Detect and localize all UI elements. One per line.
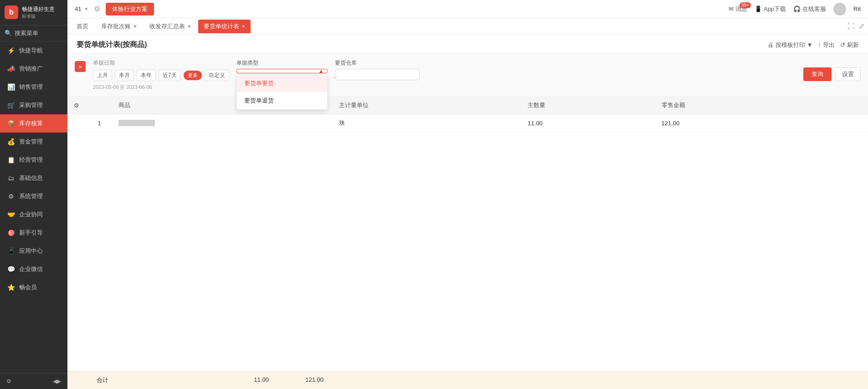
settings-footer-icon[interactable]: ⚙ bbox=[6, 378, 11, 384]
col-quantity-header: 主数量 bbox=[522, 97, 656, 114]
sidebar-footer: ⚙ ◀▶ bbox=[0, 373, 67, 389]
type-select-wrapper: ▲ bbox=[236, 69, 328, 73]
sidebar-item-quick-nav[interactable]: ⚡ 快捷导航 bbox=[0, 41, 67, 60]
type-filter-label: 单据类型 bbox=[236, 59, 328, 67]
app-name: 畅捷通好生意 bbox=[22, 5, 55, 13]
search-icon: 🔍 bbox=[5, 30, 12, 36]
sidebar-item-member[interactable]: ⭐ 畅会员 bbox=[0, 278, 67, 297]
system-icon: ⚙ bbox=[6, 192, 15, 201]
app-download-btn[interactable]: 📱 App下载 bbox=[755, 5, 786, 13]
collapse-sidebar-icon[interactable]: ◀▶ bbox=[53, 378, 61, 384]
sidebar: b 畅捷通好生意 标准版 🔍 搜索菜单 ⚡ 快捷导航 📣 营销推广 📊 销售管理… bbox=[0, 0, 67, 389]
date-filter-group: 单据日期 上月 本月 本年 近7天 更多 自定义 2023-05-06 至 20… bbox=[93, 59, 229, 91]
row-settings[interactable] bbox=[67, 114, 86, 132]
finance-icon: 💰 bbox=[6, 137, 15, 146]
app-logo-icon: b bbox=[5, 5, 18, 19]
print-icon: 🖨 bbox=[768, 41, 774, 48]
row-goods-blurred bbox=[118, 120, 155, 126]
print-label: 按模板打印 bbox=[776, 41, 805, 49]
sidebar-item-enterprise[interactable]: 🤝 企业协同 bbox=[0, 205, 67, 224]
messages-btn[interactable]: ✉ 消息 99+ bbox=[729, 5, 747, 13]
refresh-action[interactable]: ↺ 刷新 bbox=[840, 41, 859, 49]
sidebar-item-label: 企业微信 bbox=[19, 265, 43, 273]
type-filter-dots[interactable]: ··· bbox=[332, 73, 338, 82]
topbar-settings-icon[interactable]: ⚙ bbox=[94, 5, 100, 13]
period-btn-last-month[interactable]: 上月 bbox=[93, 70, 112, 81]
trial-btn[interactable]: 体验行业方案 bbox=[106, 3, 154, 15]
sidebar-item-label: 采购管理 bbox=[19, 101, 43, 109]
col-settings-header[interactable]: ⚙ bbox=[67, 97, 86, 114]
period-btn-this-month[interactable]: 本月 bbox=[115, 70, 134, 81]
messages-badge: 99+ bbox=[740, 2, 751, 8]
online-service-label: 在线客服 bbox=[802, 5, 826, 13]
tab-home-label: 首页 bbox=[77, 22, 88, 31]
sidebar-item-label: 经营管理 bbox=[19, 156, 43, 164]
dropdown-option-2[interactable]: 要货单退货 bbox=[237, 92, 327, 109]
business-icon: 📋 bbox=[6, 155, 15, 164]
filter-toggle-btn[interactable]: » bbox=[75, 61, 86, 72]
query-btn[interactable]: 查询 bbox=[803, 67, 832, 81]
tab-recv-summary-close[interactable]: × bbox=[188, 23, 191, 30]
page-content: 要货单统计表(按商品) 🖨 按模板打印 ▼ ↑ 导出 ↺ 刷新 » bbox=[67, 35, 868, 389]
tab-recv-summary[interactable]: 收发存汇总表 × bbox=[144, 20, 196, 33]
tab-restore-icon[interactable]: ⛶ bbox=[847, 22, 855, 31]
sidebar-item-label: 快捷导航 bbox=[19, 46, 43, 55]
export-icon: ↑ bbox=[818, 41, 822, 48]
app-version: 标准版 bbox=[22, 13, 55, 20]
tab-requisition-stat[interactable]: 要货单统计表 × bbox=[198, 20, 251, 33]
tab-requisition-stat-close[interactable]: × bbox=[242, 23, 245, 30]
sidebar-item-label: 应用中心 bbox=[19, 247, 43, 255]
sidebar-item-business[interactable]: 📋 经营管理 bbox=[0, 151, 67, 169]
sidebar-item-app-center[interactable]: 📱 应用中心 bbox=[0, 242, 67, 260]
warehouse-filter-group: 要货仓库 bbox=[335, 59, 420, 80]
store-selector[interactable]: 41 ▼ bbox=[75, 5, 88, 12]
tab-recv-summary-label: 收发存汇总表 bbox=[149, 22, 185, 31]
app-download-label: App下载 bbox=[764, 5, 786, 13]
guide-icon: 🎯 bbox=[6, 228, 15, 237]
print-arrow-icon: ▼ bbox=[807, 41, 813, 48]
topbar-right: ✉ 消息 99+ 📱 App下载 🎧 在线客服 Rit bbox=[729, 3, 861, 15]
user-avatar[interactable] bbox=[833, 3, 846, 15]
date-period-row: 上月 本月 本年 近7天 更多 自定义 bbox=[93, 70, 229, 81]
sidebar-item-finance[interactable]: 💰 资金管理 bbox=[0, 133, 67, 151]
sidebar-item-wechat[interactable]: 💬 企业微信 bbox=[0, 260, 67, 278]
warehouse-input[interactable] bbox=[335, 69, 420, 80]
settings-btn[interactable]: 设置 bbox=[835, 67, 861, 81]
quick-nav-icon: ⚡ bbox=[6, 46, 15, 55]
main-area: 41 ▼ ⚙ 体验行业方案 ✉ 消息 99+ 📱 App下载 🎧 在线客服 Ri… bbox=[67, 0, 868, 389]
type-select[interactable] bbox=[236, 69, 328, 73]
sidebar-item-basic[interactable]: 🗂 基础信息 bbox=[0, 169, 67, 187]
sidebar-item-inventory[interactable]: 📦 库存核算 bbox=[0, 114, 67, 133]
sidebar-item-sales[interactable]: 📊 销售管理 bbox=[0, 78, 67, 96]
warehouse-filter-label: 要货仓库 bbox=[335, 59, 420, 67]
table-footer: 合计 11.00 121.00 bbox=[67, 371, 868, 389]
period-btn-7days[interactable]: 近7天 bbox=[159, 70, 181, 81]
online-service-btn[interactable]: 🎧 在线客服 bbox=[793, 5, 826, 13]
tab-home[interactable]: 首页 bbox=[71, 20, 94, 33]
enterprise-icon: 🤝 bbox=[6, 210, 15, 219]
sidebar-item-purchase[interactable]: 🛒 采购管理 bbox=[0, 96, 67, 114]
dropdown-option-1[interactable]: 要货单要货 bbox=[237, 75, 327, 92]
col-empty-header bbox=[817, 97, 868, 114]
tabbar: 首页 库存批次账 × 收发存汇总表 × 要货单统计表 × ⛶ ⤢ bbox=[67, 18, 868, 35]
sidebar-item-marketing[interactable]: 📣 营销推广 bbox=[0, 60, 67, 78]
table-header-row: ⚙ 商品 主计量单位 主数量 零售金额 bbox=[67, 97, 868, 114]
type-filter-group: 单据类型 ▲ ··· 要货单要货 要货单退货 bbox=[236, 59, 328, 73]
print-action[interactable]: 🖨 按模板打印 ▼ bbox=[768, 41, 813, 49]
tabbar-actions: ⛶ ⤢ bbox=[847, 22, 864, 31]
data-table: ⚙ 商品 主计量单位 主数量 零售金额 1 bbox=[67, 97, 868, 132]
sidebar-item-system[interactable]: ⚙ 系统管理 bbox=[0, 187, 67, 205]
period-btn-custom[interactable]: 自定义 bbox=[205, 70, 229, 81]
tab-batch-stock-close[interactable]: × bbox=[134, 23, 137, 30]
export-action[interactable]: ↑ 导出 bbox=[818, 41, 835, 49]
period-btn-more[interactable]: 更多 bbox=[184, 71, 202, 80]
sidebar-item-guide[interactable]: 🎯 新手引导 bbox=[0, 224, 67, 242]
tab-expand-icon[interactable]: ⤢ bbox=[858, 22, 864, 31]
topbar-left: 41 ▼ ⚙ 体验行业方案 bbox=[75, 3, 154, 15]
search-menu[interactable]: 🔍 搜索菜单 bbox=[0, 26, 67, 41]
user-name-label: Rit bbox=[853, 5, 861, 12]
tab-batch-stock[interactable]: 库存批次账 × bbox=[96, 20, 142, 33]
period-btn-this-year[interactable]: 本年 bbox=[137, 70, 156, 81]
sidebar-nav: ⚡ 快捷导航 📣 营销推广 📊 销售管理 🛒 采购管理 📦 库存核算 💰 资金管… bbox=[0, 41, 67, 373]
row-unit: 块 bbox=[334, 114, 522, 132]
